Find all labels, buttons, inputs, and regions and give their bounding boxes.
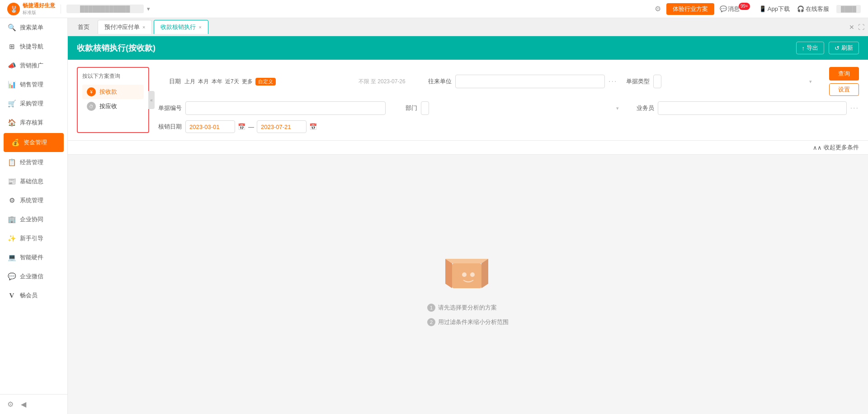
sidebar-item-sales[interactable]: 📊 销售管理	[0, 75, 67, 94]
member-icon: V	[7, 292, 16, 300]
sidebar-item-label-member: 畅会员	[20, 291, 38, 300]
staff-dots-btn[interactable]: ···	[850, 104, 859, 112]
filter-row-1: 日期 上月 本月 本年 近7天 更多 自定义 不限 至 2023-07-26 往…	[158, 67, 859, 96]
collapse-filter-btn[interactable]: «	[148, 91, 155, 109]
step-1-num: 1	[427, 304, 435, 312]
settings-bottom-icon[interactable]: ⚙	[7, 400, 14, 409]
sidebar-item-label-operations: 经营管理	[20, 158, 43, 167]
collapse-more-btn[interactable]: ∧∧ 收起更多条件	[68, 141, 868, 155]
enterprise-icon: 🏢	[7, 215, 16, 224]
filter-scheme-title: 按以下方案查询	[82, 72, 144, 80]
tab-verify-close[interactable]: ×	[198, 24, 201, 30]
sidebar-item-finance[interactable]: 💰 资金管理	[4, 133, 64, 152]
doc-type-label: 单据类型	[626, 77, 650, 86]
svg-point-5	[470, 272, 475, 277]
user-name[interactable]: ████	[836, 5, 861, 13]
dept-select[interactable]	[421, 101, 429, 115]
counterpart-label: 往来单位	[428, 77, 452, 86]
message-icon: 💬	[720, 5, 727, 12]
workspace-name: ████████████ ▾	[66, 5, 649, 12]
sidebar-item-quick-nav[interactable]: ⊞ 快捷导航	[0, 37, 67, 56]
dept-field: 部门	[395, 101, 622, 115]
sidebar-item-label-enterprise: 企业协同	[20, 215, 43, 224]
sidebar-item-label-search: 搜索菜单	[20, 24, 43, 32]
sidebar-item-wechat[interactable]: 💬 企业微信	[0, 267, 67, 286]
empty-illustration	[441, 238, 495, 293]
collapse-sidebar-icon[interactable]: ◀	[21, 400, 26, 409]
wechat-icon: 💬	[7, 272, 16, 281]
app-download-icon: 📱	[759, 5, 766, 12]
filter-option-by-receivable[interactable]: ⏱ 按应收	[82, 99, 144, 114]
filter-area: 按以下方案查询 ¥ 按收款 ⏱ 按应收 « 日期	[68, 60, 868, 141]
refresh-btn[interactable]: ↺ 刷新	[829, 42, 859, 54]
date-shortcut-this-year[interactable]: 本年	[212, 78, 222, 86]
verify-date-range: 📅 — 📅	[185, 120, 317, 133]
staff-label: 业务员	[632, 104, 654, 112]
top-bar-right: 💬 消息 99+ 📱 App下载 🎧 在线客服 ████	[720, 5, 861, 13]
page-header-actions: ↑ 导出 ↺ 刷新	[796, 42, 859, 54]
verify-end-cal-icon[interactable]: 📅	[309, 123, 317, 130]
date-label: 日期	[158, 77, 181, 86]
date-shortcut-7days[interactable]: 近7天	[225, 78, 239, 86]
sidebar-item-marketing[interactable]: 📣 营销推广	[0, 56, 67, 75]
verify-end-input[interactable]	[257, 120, 307, 133]
online-service-btn[interactable]: 🎧 在线客服	[797, 5, 829, 13]
expand-icon[interactable]: ▾	[147, 5, 150, 12]
app-download-btn[interactable]: 📱 App下载	[759, 5, 790, 13]
tab-verify[interactable]: 收款核销执行 ×	[154, 20, 208, 34]
sidebar-item-inventory[interactable]: 🏠 库存核算	[0, 113, 67, 132]
doc-no-input[interactable]	[185, 101, 386, 115]
refresh-label: 刷新	[841, 44, 853, 52]
close-window-icon[interactable]: ✕	[849, 24, 854, 31]
sidebar-item-system[interactable]: ⚙ 系统管理	[0, 191, 67, 210]
counterpart-dots-btn[interactable]: ···	[609, 77, 617, 86]
filter-option-by-receipt[interactable]: ¥ 按收款	[82, 85, 144, 99]
sidebar-item-enterprise[interactable]: 🏢 企业协同	[0, 210, 67, 229]
filter-fields: 日期 上月 本月 本年 近7天 更多 自定义 不限 至 2023-07-26 往…	[158, 67, 859, 133]
sidebar-item-purchase[interactable]: 🛒 采购管理	[0, 94, 67, 113]
headset-icon: 🎧	[797, 5, 804, 12]
sidebar-item-basic-info[interactable]: 📰 基础信息	[0, 172, 67, 191]
date-shortcut-more[interactable]: 更多	[242, 78, 253, 86]
date-shortcut-this-month[interactable]: 本月	[198, 78, 209, 86]
date-custom-badge[interactable]: 自定义	[255, 78, 276, 86]
sidebar-item-guide[interactable]: ✨ 新手引导	[0, 229, 67, 248]
doc-type-select[interactable]	[653, 75, 661, 88]
counterpart-input[interactable]	[455, 75, 605, 88]
sidebar-item-label-quick: 快捷导航	[20, 43, 43, 51]
staff-input[interactable]	[658, 101, 847, 115]
doc-type-select-wrap	[653, 75, 816, 88]
sidebar-bottom: ⚙ ◀	[0, 394, 67, 414]
industry-btn[interactable]: 体验行业方案	[666, 3, 714, 15]
export-btn[interactable]: ↑ 导出	[796, 42, 825, 54]
query-btn[interactable]: 查询	[829, 67, 859, 81]
tab-bar: 首页 预付冲应付单 × 收款核销执行 × ✕ ⛶	[68, 18, 868, 36]
date-shortcut-last-month[interactable]: 上月	[184, 78, 195, 86]
step-2-num: 2	[427, 318, 435, 326]
empty-hint-1-text: 请先选择要分析的方案	[438, 302, 497, 314]
filter-option-receivable-label: 按应收	[99, 102, 117, 110]
sidebar-item-hardware[interactable]: 💻 智能硬件	[0, 248, 67, 267]
message-btn[interactable]: 💬 消息 99+	[720, 5, 752, 13]
operations-icon: 📋	[7, 158, 16, 167]
export-icon: ↑	[802, 45, 805, 52]
empty-box-svg	[441, 238, 495, 293]
date-field: 日期 上月 本月 本年 近7天 更多 自定义	[158, 77, 348, 86]
filter-row-3: 核销日期 📅 — 📅	[158, 120, 859, 133]
dept-select-wrap	[421, 101, 622, 115]
sidebar-item-label-purchase: 采购管理	[20, 100, 43, 108]
tab-prepay-close[interactable]: ×	[142, 24, 145, 30]
setting-btn[interactable]: 设置	[829, 83, 859, 96]
svg-marker-3	[481, 259, 488, 288]
expand-window-icon[interactable]: ⛶	[858, 24, 864, 31]
sidebar-item-search-menu[interactable]: 🔍 搜索菜单	[0, 18, 67, 37]
tab-bar-right: ✕ ⛶	[849, 24, 864, 31]
tab-prepay[interactable]: 预付冲应付单 ×	[98, 20, 152, 34]
gear-icon[interactable]: ⚙	[655, 5, 661, 13]
tab-home[interactable]: 首页	[71, 20, 96, 34]
sidebar-item-member[interactable]: V 畅会员	[0, 286, 67, 305]
refresh-icon: ↺	[835, 45, 840, 52]
verify-start-input[interactable]	[185, 120, 235, 133]
sidebar-item-operations[interactable]: 📋 经营管理	[0, 153, 67, 172]
verify-start-cal-icon[interactable]: 📅	[238, 123, 245, 130]
